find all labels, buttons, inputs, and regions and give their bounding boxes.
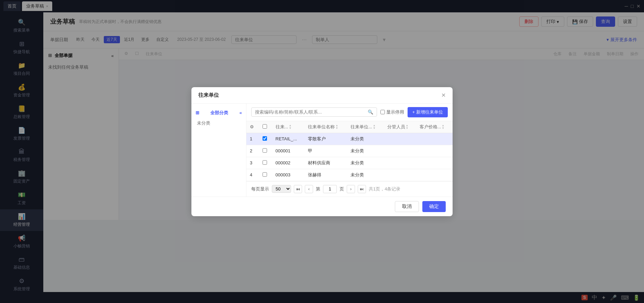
category-panel: ⊞ 全部分类 « 未分类	[191, 104, 246, 197]
cell-category: 未分类	[347, 157, 384, 169]
category-item-unclassified[interactable]: 未分类	[191, 118, 246, 128]
cell-price	[416, 169, 453, 181]
search-box: 🔍	[251, 107, 377, 117]
pagination-bar: 每页显示 50 20 100 ⏮ ‹ 第 页 › ⏭ 共1页，4条记录	[246, 181, 453, 197]
dialog-header: 往来单位 ✕	[191, 87, 453, 104]
show-disabled-label[interactable]: 显示停用	[380, 109, 404, 115]
table-row[interactable]: 3 000002 材料供应商 未分类	[246, 157, 453, 169]
th-name: 往来单位名称 ▲▼	[304, 121, 347, 133]
th-checkbox[interactable]	[259, 121, 272, 133]
cell-code: RETAIL_...	[272, 133, 305, 145]
table-row[interactable]: 1 RETAIL_... 零散客户 未分类	[246, 133, 453, 145]
dialog-title: 往来单位	[198, 92, 219, 98]
cell-code: 000002	[272, 157, 305, 169]
cell-manager	[384, 145, 416, 157]
table-toolbar: 🔍 显示停用 + 新增往来单位	[246, 104, 453, 121]
row-checkbox[interactable]	[263, 148, 267, 153]
cell-category: 未分类	[347, 169, 384, 181]
cell-checkbox[interactable]	[259, 169, 272, 181]
partner-dialog: 往来单位 ✕ ⊞ 全部分类 « 未分类 🔍	[191, 87, 453, 216]
next-page-button[interactable]: ›	[347, 185, 355, 193]
dialog-footer: 取消 确定	[191, 197, 453, 216]
category-title: 全部分类	[210, 110, 228, 116]
cell-no: 3	[246, 157, 259, 169]
category-collapse-icon[interactable]: «	[240, 110, 242, 115]
show-disabled-checkbox[interactable]	[380, 110, 385, 114]
th-price: 客户价格... ▲▼	[416, 121, 453, 133]
cell-price	[416, 133, 453, 145]
page-label-before: 第	[316, 186, 320, 192]
row-checkbox[interactable]	[263, 136, 267, 141]
cell-manager	[384, 133, 416, 145]
cell-price	[416, 145, 453, 157]
table-panel: 🔍 显示停用 + 新增往来单位 ⚙	[246, 104, 453, 197]
table-row[interactable]: 2 000001 甲 未分类	[246, 145, 453, 157]
category-icon: ⊞	[196, 110, 199, 115]
confirm-button[interactable]: 确定	[422, 201, 446, 212]
cell-name: 张赫得	[304, 169, 347, 181]
page-label-after: 页	[340, 186, 344, 192]
cell-category: 未分类	[347, 145, 384, 157]
cell-checkbox[interactable]	[259, 157, 272, 169]
search-input[interactable]	[255, 109, 366, 115]
row-checkbox[interactable]	[263, 172, 267, 177]
th-category: 往来单位... ▲▼	[347, 121, 384, 133]
per-page-select[interactable]: 50 20 100	[272, 185, 291, 193]
dialog-body: ⊞ 全部分类 « 未分类 🔍 显示停用	[191, 104, 453, 197]
category-header: ⊞ 全部分类 «	[191, 108, 246, 118]
cell-price	[416, 157, 453, 169]
table-row[interactable]: 4 000003 张赫得 未分类	[246, 169, 453, 181]
cell-manager	[384, 169, 416, 181]
cell-name: 零散客户	[304, 133, 347, 145]
dialog-close-button[interactable]: ✕	[441, 92, 446, 98]
th-code: 往来... ▲▼	[272, 121, 305, 133]
cell-manager	[384, 157, 416, 169]
settings-icon: ⚙	[250, 124, 254, 129]
first-page-button[interactable]: ⏮	[294, 185, 302, 193]
cancel-button[interactable]: 取消	[395, 201, 419, 212]
select-all-checkbox[interactable]	[263, 124, 267, 129]
cell-code: 000001	[272, 145, 305, 157]
search-icon: 🔍	[368, 109, 373, 115]
cell-checkbox[interactable]	[259, 133, 272, 145]
th-manager: 分管人员 ▲▼	[384, 121, 416, 133]
partners-table: ⚙ 往来... ▲▼ 往来单位	[246, 121, 453, 181]
cell-code: 000003	[272, 169, 305, 181]
last-page-button[interactable]: ⏭	[358, 185, 366, 193]
cell-no: 1	[246, 133, 259, 145]
cell-no: 2	[246, 145, 259, 157]
cell-name: 材料供应商	[304, 157, 347, 169]
cell-checkbox[interactable]	[259, 145, 272, 157]
page-number-input[interactable]	[323, 185, 337, 193]
show-disabled-text: 显示停用	[386, 109, 404, 115]
total-records: 共1页，4条记录	[369, 186, 400, 192]
table-scroll-area: ⚙ 往来... ▲▼ 往来单位	[246, 121, 453, 181]
add-partner-button[interactable]: + 新增往来单位	[408, 107, 448, 117]
modal-overlay[interactable]: 往来单位 ✕ ⊞ 全部分类 « 未分类 🔍	[0, 0, 644, 303]
cell-name: 甲	[304, 145, 347, 157]
per-page-label: 每页显示	[251, 186, 269, 192]
prev-page-button[interactable]: ‹	[305, 185, 313, 193]
row-checkbox[interactable]	[263, 160, 267, 165]
th-settings[interactable]: ⚙	[246, 121, 259, 133]
cell-category: 未分类	[347, 133, 384, 145]
cell-no: 4	[246, 169, 259, 181]
